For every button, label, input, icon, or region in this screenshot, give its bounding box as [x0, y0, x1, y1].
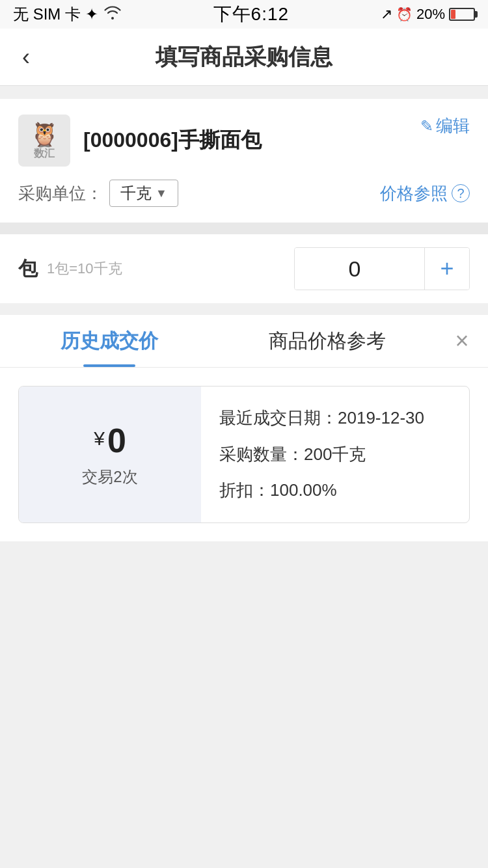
edit-button[interactable]: ✎ 编辑 — [420, 115, 470, 137]
price-ref-button[interactable]: 价格参照 ? — [380, 182, 470, 205]
status-left: 无 SIM 卡 ✦ — [13, 4, 122, 25]
logo-text: 数汇 — [34, 148, 55, 159]
product-card: 🦉 数汇 [0000006]手撕面包 ✎ 编辑 采购单位： 千克 ▼ 价格参照 … — [0, 99, 488, 223]
trade-price-value: ¥ 0 — [94, 421, 126, 460]
tab-historical-price[interactable]: 历史成交价 — [0, 315, 218, 367]
status-bar: 无 SIM 卡 ✦ 下午6:12 ↗ ⏰ 20% — [0, 0, 488, 29]
quantity-plus-button[interactable]: + — [425, 248, 469, 290]
unit-label: 采购单位： 千克 ▼ — [18, 180, 178, 207]
product-header: 🦉 数汇 [0000006]手撕面包 ✎ 编辑 — [18, 115, 470, 167]
wifi-icon — [103, 5, 122, 23]
product-unit-row: 采购单位： 千克 ▼ 价格参照 ? — [18, 180, 470, 207]
qty-label: 包 1包=10千克 — [18, 256, 122, 282]
unit-select-button[interactable]: 千克 ▼ — [109, 180, 178, 207]
alarm-icon: ⏰ — [396, 7, 413, 22]
section-divider — [0, 223, 488, 234]
trade-count-label: 交易2次 — [82, 467, 137, 487]
product-left: 🦉 数汇 [0000006]手撕面包 — [18, 115, 262, 167]
chevron-down-icon: ▼ — [156, 187, 167, 200]
tab-active-indicator — [83, 364, 135, 367]
currency-symbol: ¥ — [94, 427, 105, 450]
nav-bar: ‹ 填写商品采购信息 — [0, 29, 488, 86]
logo-icon: 🦉 — [30, 122, 59, 148]
battery-icon — [449, 8, 475, 21]
quantity-equiv: 1包=10千克 — [47, 259, 122, 278]
battery-percent: 20% — [416, 6, 445, 23]
main-background — [0, 541, 488, 868]
tabs-header: 历史成交价 商品价格参考 × — [0, 315, 488, 367]
trade-discount-row: 折扣：100.00% — [219, 477, 451, 504]
tabs-container: 历史成交价 商品价格参考 × — [0, 315, 488, 368]
product-name: [0000006]手撕面包 — [83, 126, 262, 155]
trade-card-inner: ¥ 0 交易2次 最近成交日期：2019-12-30 采购数量：200千克 折扣… — [18, 386, 470, 523]
status-time: 下午6:12 — [213, 2, 290, 27]
edit-icon: ✎ — [420, 117, 433, 135]
trade-purchase-qty-row: 采购数量：200千克 — [219, 441, 451, 468]
tab-product-price-ref[interactable]: 商品价格参考 — [218, 315, 436, 367]
quantity-input-group: + — [294, 247, 470, 290]
status-right: ↗ ⏰ 20% — [381, 6, 475, 23]
trade-card-section: ¥ 0 交易2次 最近成交日期：2019-12-30 采购数量：200千克 折扣… — [0, 368, 488, 541]
page-title: 填写商品采购信息 — [156, 42, 332, 72]
trade-details: 最近成交日期：2019-12-30 采购数量：200千克 折扣：100.00% — [201, 387, 469, 522]
back-button[interactable]: ‹ — [16, 37, 36, 77]
trade-recent-date-row: 最近成交日期：2019-12-30 — [219, 405, 451, 432]
trade-price-summary: ¥ 0 交易2次 — [19, 387, 201, 522]
product-thumbnail: 🦉 数汇 — [18, 115, 70, 167]
help-icon: ? — [452, 184, 470, 202]
quantity-unit: 包 — [18, 256, 38, 282]
no-sim-text: 无 SIM 卡 ✦ — [13, 4, 98, 25]
location-icon: ↗ — [381, 6, 392, 23]
tab-close-button[interactable]: × — [436, 327, 488, 355]
quantity-row: 包 1包=10千克 + — [0, 234, 488, 303]
quantity-input[interactable] — [295, 248, 425, 290]
